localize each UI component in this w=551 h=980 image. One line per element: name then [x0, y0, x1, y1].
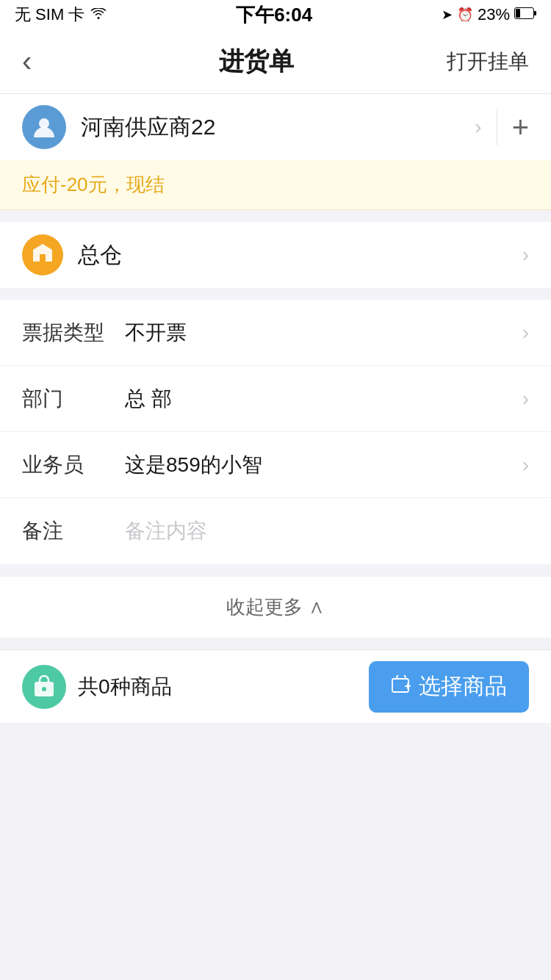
nav-bar: ‹ 进货单 打开挂单 [0, 29, 551, 94]
battery-icon [514, 7, 536, 23]
remark-label: 备注 [22, 517, 118, 545]
status-right: ➤ ⏰ 23% [442, 5, 536, 24]
department-label: 部门 [22, 385, 118, 413]
status-bar: 无 SIM 卡 下午6:04 ➤ ⏰ 23% [0, 0, 551, 29]
invoice-label: 票据类型 [22, 319, 118, 347]
warehouse-row[interactable]: 总仓 › [0, 222, 551, 288]
svg-rect-2 [516, 9, 520, 18]
back-button[interactable]: ‹ [22, 45, 66, 78]
page-title: 进货单 [219, 45, 294, 79]
department-value: 总 部 [118, 385, 522, 413]
warehouse-icon-wrap [22, 234, 63, 275]
select-product-label: 选择商品 [419, 671, 507, 702]
gray-fill [0, 723, 551, 943]
status-left: 无 SIM 卡 [15, 4, 107, 26]
svg-point-6 [42, 687, 46, 691]
invoice-value: 不开票 [118, 319, 522, 347]
warehouse-icon [32, 243, 53, 267]
salesman-value: 这是859的小智 [118, 451, 522, 479]
department-row[interactable]: 部门 总 部 › [0, 366, 551, 432]
remark-input[interactable]: 备注内容 [118, 517, 529, 545]
content: 河南供应商22 › + 应付-20元，现结 总仓 › [0, 94, 551, 943]
notice-bar: 应付-20元，现结 [0, 160, 551, 210]
warehouse-chevron-icon: › [522, 243, 529, 267]
remark-row[interactable]: 备注 备注内容 [0, 498, 551, 564]
form-section: 票据类型 不开票 › 部门 总 部 › 业务员 这是859的小智 › 备注 备注… [0, 300, 551, 564]
select-product-button[interactable]: 选择商品 [369, 661, 529, 713]
invoice-row[interactable]: 票据类型 不开票 › [0, 300, 551, 366]
alarm-icon: ⏰ [457, 7, 473, 23]
notice-text: 应付-20元，现结 [22, 173, 165, 195]
wifi-icon [90, 5, 107, 24]
product-count: 共0种商品 [78, 673, 369, 701]
collapse-button[interactable]: 收起更多 ∧ [0, 576, 551, 638]
salesman-chevron-icon: › [522, 453, 529, 477]
salesman-row[interactable]: 业务员 这是859的小智 › [0, 432, 551, 498]
product-icon-wrap [22, 665, 66, 709]
supplier-row[interactable]: 河南供应商22 › + [0, 94, 551, 160]
warehouse-name: 总仓 [78, 240, 522, 270]
svg-point-3 [39, 118, 49, 129]
supplier-section: 河南供应商22 › + 应付-20元，现结 [0, 94, 551, 210]
spacer1 [0, 210, 551, 222]
warehouse-section: 总仓 › [0, 222, 551, 288]
invoice-chevron-icon: › [522, 321, 529, 345]
open-pending-button[interactable]: 打开挂单 [447, 48, 529, 76]
battery-label: 23% [478, 5, 510, 24]
sim-label: 无 SIM 卡 [15, 4, 84, 26]
department-chevron-icon: › [522, 387, 529, 411]
supplier-chevron-icon: › [475, 115, 481, 139]
select-product-icon [391, 674, 411, 699]
location-icon: ➤ [442, 7, 453, 23]
status-time: 下午6:04 [236, 2, 312, 28]
svg-rect-1 [534, 11, 536, 15]
supplier-avatar [22, 105, 66, 149]
svg-rect-4 [40, 254, 46, 262]
bottom-bar: 共0种商品 选择商品 [0, 649, 551, 723]
supplier-name: 河南供应商22 [81, 112, 475, 143]
supplier-divider [497, 109, 497, 145]
salesman-label: 业务员 [22, 451, 118, 479]
add-supplier-button[interactable]: + [512, 112, 529, 142]
